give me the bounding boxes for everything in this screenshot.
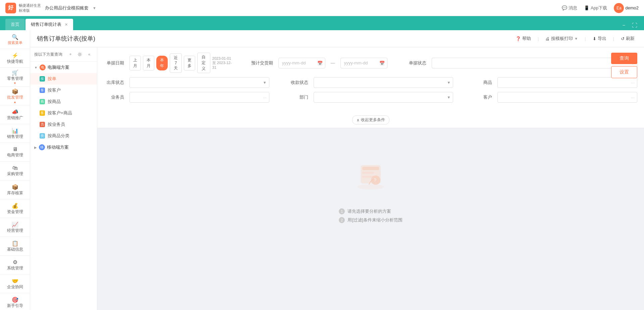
sidebar-item-sales[interactable]: 📊 销售管理	[0, 124, 30, 143]
delivery-date-end[interactable]	[340, 58, 387, 68]
scheme-settings-btn[interactable]	[76, 51, 84, 58]
top-bar: 好 畅捷通好生意 标准版 办公用品行业模拟账套 ▼ 💬 消息 📱 App下载 E…	[0, 0, 644, 16]
filter-actions-right: 查询 设置	[611, 53, 637, 78]
scheme-icon-customer: 客	[40, 88, 45, 93]
collapse-row: ∧ 收起更多条件	[97, 112, 644, 128]
wholesale-arrow: ▲	[13, 100, 16, 104]
tab-sales-stats[interactable]: 销售订单统计表 ✕	[25, 19, 73, 30]
sidebar-item-marketing[interactable]: 📣 营销推广	[0, 105, 30, 124]
department-wrap: ▼	[314, 92, 453, 103]
scheme-panel-header: 按以下方案查询 + «	[30, 47, 97, 62]
title-dropdown-arrow[interactable]: ▼	[93, 6, 96, 10]
logo-text: 畅捷通好生意 标准版	[19, 3, 41, 13]
scheme-item-by-goods[interactable]: 商 按商品	[30, 96, 97, 107]
customer-label: 客户	[472, 94, 492, 100]
sidebar-item-guide[interactable]: 🎯 新手引导	[0, 293, 30, 310]
enterprise-icon: 🤝	[12, 278, 18, 284]
system-icon: ⚙	[13, 259, 17, 265]
date-range-text: 2023-01-01 至 2023-12-31	[212, 56, 232, 69]
scheme-icon-staff: 员	[40, 122, 45, 127]
help-btn[interactable]: ❓ 帮助	[513, 34, 534, 43]
user-avatar: Ea	[614, 3, 624, 13]
content-area: 销售订单统计表(按单) ❓ 帮助 | 🖨 按模板打印 ▼ | ⬇ 导出 |	[30, 30, 644, 310]
scheme-item-by-customer[interactable]: 客 按客户	[30, 85, 97, 96]
customer-more-btn[interactable]: ···	[631, 95, 635, 100]
sidebar-item-basic[interactable]: 📋 基础信息	[0, 237, 30, 256]
refresh-btn[interactable]: ↺ 刷新	[618, 34, 637, 43]
print-btn[interactable]: 🖨 按模板打印 ▼	[543, 34, 581, 43]
date-btn-this-year[interactable]: 本年	[156, 56, 168, 70]
goods-more-btn[interactable]: ···	[631, 80, 635, 85]
query-btn[interactable]: 查询	[611, 53, 637, 64]
sidebar-item-operations[interactable]: 📈 经营管理	[0, 218, 30, 237]
scheme-panel-icons: + «	[67, 51, 93, 58]
payment-label: 收款状态	[288, 80, 308, 86]
scheme-item-by-cg[interactable]: 客 按客户+商品	[30, 107, 97, 119]
sales-icon: 📊	[12, 127, 18, 134]
salesperson-more-btn[interactable]: ···	[263, 95, 267, 100]
sidebar-item-search[interactable]: 🔍 搜索菜单	[0, 30, 30, 49]
customer-input[interactable]	[497, 92, 637, 103]
date-btn-custom[interactable]: 自定义	[197, 53, 210, 73]
ecommerce-icon: 🖥	[12, 146, 18, 152]
sidebar-item-finance[interactable]: 💰 资金管理	[0, 199, 30, 218]
salesperson-input[interactable]	[129, 92, 269, 103]
date-btn-last-month[interactable]: 上月	[129, 56, 141, 70]
mobile-group-icon: 移	[39, 144, 45, 150]
print-dropdown-arrow[interactable]: ▼	[574, 37, 578, 41]
sidebar-item-retail[interactable]: 🛒 零售管理 ▼	[0, 68, 30, 87]
date-btn-7days[interactable]: 近7天	[170, 53, 182, 73]
scheme-item-by-order[interactable]: 按 按单	[30, 73, 97, 85]
sidebar-item-quick-nav[interactable]: ⚡ 快捷导航	[0, 49, 30, 68]
collapse-btn[interactable]: ∧ 收起更多条件	[352, 115, 389, 124]
delivery-date-start[interactable]	[278, 58, 325, 68]
tab-minimize-btn[interactable]: －	[620, 20, 628, 30]
sidebar-item-wholesale[interactable]: 📦 批发管理 ▲	[0, 87, 30, 105]
scheme-group-header-mobile[interactable]: ▶ 移 移动端方案	[30, 142, 97, 153]
scheme-item-by-staff[interactable]: 员 按业务员	[30, 119, 97, 130]
sidebar-item-purchase[interactable]: 🛍 采购管理	[0, 162, 30, 180]
payment-status-select[interactable]	[314, 77, 453, 88]
user-area[interactable]: Ea demo2	[614, 3, 639, 13]
delivery-status-select[interactable]	[129, 77, 269, 88]
sidebar-item-enterprise[interactable]: 🤝 企业协同	[0, 274, 30, 293]
tab-home[interactable]: 首页	[5, 19, 25, 30]
tab-close-btn[interactable]: ✕	[65, 22, 68, 27]
order-status-select[interactable]	[432, 58, 637, 68]
tab-maximize-btn[interactable]: ⛶	[631, 21, 639, 30]
department-select[interactable]	[314, 92, 453, 103]
app-download-icon: 📱	[584, 5, 589, 10]
settings-btn[interactable]: 设置	[611, 66, 637, 78]
scheme-add-btn[interactable]: +	[67, 51, 74, 58]
tab-bar-actions: － ⛶	[620, 20, 639, 30]
date-btn-more[interactable]: 更多	[184, 56, 195, 70]
date-btn-this-month[interactable]: 本月	[143, 56, 154, 70]
message-btn[interactable]: 💬 消息	[562, 5, 577, 11]
user-name: demo2	[625, 5, 639, 10]
logo-area: 好 畅捷通好生意 标准版	[5, 3, 41, 13]
message-icon: 💬	[562, 5, 567, 10]
operations-icon: 📈	[12, 221, 18, 228]
sidebar-item-system[interactable]: ⚙ 系统管理	[0, 256, 30, 274]
right-panel: 单据日期 上月 本月 本年 近7天 更多 自定义 2023-01-01 至 20…	[97, 47, 644, 310]
svg-rect-3	[362, 167, 379, 170]
export-btn[interactable]: ⬇ 导出	[590, 34, 609, 43]
app-download-btn[interactable]: 📱 App下载	[584, 5, 607, 11]
app-title: 办公用品行业模拟账套	[45, 5, 89, 11]
hint-num-2: 2	[339, 217, 345, 223]
mobile-group-arrow: ▶	[34, 146, 37, 149]
sidebar: 🔍 搜索菜单 ⚡ 快捷导航 🛒 零售管理 ▼ 📦 批发管理 ▲ 📣 营销推广 📊…	[0, 30, 30, 310]
retail-arrow: ▼	[13, 82, 16, 85]
scheme-collapse-btn[interactable]: «	[86, 51, 93, 58]
goods-input[interactable]	[497, 77, 637, 88]
svg-point-0	[79, 54, 81, 55]
goods-input-wrap: ···	[497, 77, 637, 88]
scheme-group-header-desktop[interactable]: ▼ 电 电脑端方案	[30, 62, 97, 73]
expected-delivery-label: 预计交货期	[251, 60, 273, 66]
scheme-item-by-category[interactable]: 类 按商品分类	[30, 130, 97, 142]
page-header-actions: ❓ 帮助 | 🖨 按模板打印 ▼ | ⬇ 导出 | ↺ 刷新	[513, 34, 637, 47]
export-icon: ⬇	[593, 36, 596, 41]
guide-icon: 🎯	[12, 297, 18, 303]
sidebar-item-ecommerce[interactable]: 🖥 电商管理	[0, 143, 30, 162]
sidebar-item-inventory[interactable]: 📦 库存核算	[0, 180, 30, 199]
